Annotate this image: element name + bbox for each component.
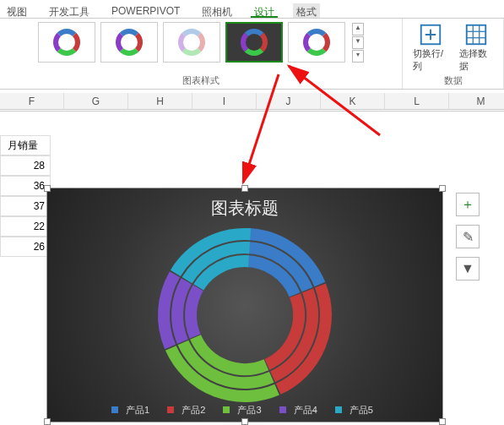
resize-handle[interactable] [439, 418, 446, 425]
chart-filter-button[interactable]: ▼ [456, 257, 480, 281]
chart-style-1[interactable] [38, 22, 95, 63]
donut-chart[interactable] [156, 226, 333, 404]
chart-title[interactable]: 图表标题 [47, 188, 442, 220]
col-M[interactable]: M [449, 93, 504, 109]
group-label-data: 数据 [444, 74, 463, 87]
chart-style-2[interactable] [100, 22, 158, 63]
col-I[interactable]: I [192, 93, 257, 109]
tab-camera[interactable]: 照相机 [198, 3, 236, 18]
chart-styles-gallery: ▲ ▼ ▾ [38, 22, 364, 63]
chart-add-element-button[interactable]: ＋ [456, 193, 480, 216]
style-more[interactable]: ▾ [352, 50, 364, 63]
style-scroll-up[interactable]: ▲ [352, 23, 364, 35]
cell[interactable]: 28 [0, 155, 51, 176]
chart-object[interactable]: 图表标题 产品1 产品2 产品3 产品4 产品5 [46, 188, 443, 422]
resize-handle[interactable] [241, 185, 248, 192]
col-F[interactable]: F [0, 93, 64, 109]
tab-dev[interactable]: 开发工具 [46, 3, 93, 18]
col-G[interactable]: G [64, 93, 128, 109]
cell[interactable]: 37 [0, 196, 51, 216]
resize-handle[interactable] [439, 185, 446, 192]
tab-view[interactable]: 视图 [3, 3, 30, 18]
col-J[interactable]: J [257, 93, 321, 109]
cell[interactable]: 36 [0, 176, 51, 196]
data-cells: 月销量 28 36 37 22 26 [0, 135, 51, 257]
column-headers: F G H I J K L M [0, 93, 504, 110]
chart-styles-button[interactable]: ✎ [456, 225, 480, 248]
group-label-styles: 图表样式 [182, 74, 219, 87]
chart-side-buttons: ＋ ✎ ▼ [456, 193, 480, 281]
tab-powerpivot[interactable]: POWERPIVOT [108, 3, 183, 18]
cell-header[interactable]: 月销量 [0, 135, 51, 155]
ribbon: ▲ ▼ ▾ 图表样式 切换行/列 选择数据 数据 [0, 19, 504, 90]
resize-handle[interactable] [44, 418, 51, 425]
col-K[interactable]: K [321, 93, 385, 109]
style-scroll-down[interactable]: ▼ [352, 36, 364, 49]
chart-legend[interactable]: 产品1 产品2 产品3 产品4 产品5 [47, 404, 442, 417]
resize-handle[interactable] [241, 418, 248, 425]
tab-format[interactable]: 格式 [293, 3, 320, 18]
chart-style-3[interactable] [163, 22, 220, 63]
cell[interactable]: 26 [0, 237, 51, 257]
ribbon-tabbar: 视图 开发工具 POWERPIVOT 照相机 设计 格式 [0, 0, 504, 19]
switch-row-col-button[interactable]: 切换行/列 [413, 22, 449, 73]
select-data-button[interactable]: 选择数据 [459, 22, 493, 73]
chart-style-5[interactable] [288, 22, 345, 63]
chart-style-4[interactable] [225, 22, 283, 63]
resize-handle[interactable] [44, 185, 51, 192]
tab-design[interactable]: 设计 [251, 3, 278, 18]
svg-rect-1 [467, 25, 486, 45]
col-L[interactable]: L [385, 93, 449, 109]
cell[interactable]: 22 [0, 216, 51, 237]
style-gallery-nav: ▲ ▼ ▾ [352, 23, 364, 63]
col-H[interactable]: H [128, 93, 192, 109]
